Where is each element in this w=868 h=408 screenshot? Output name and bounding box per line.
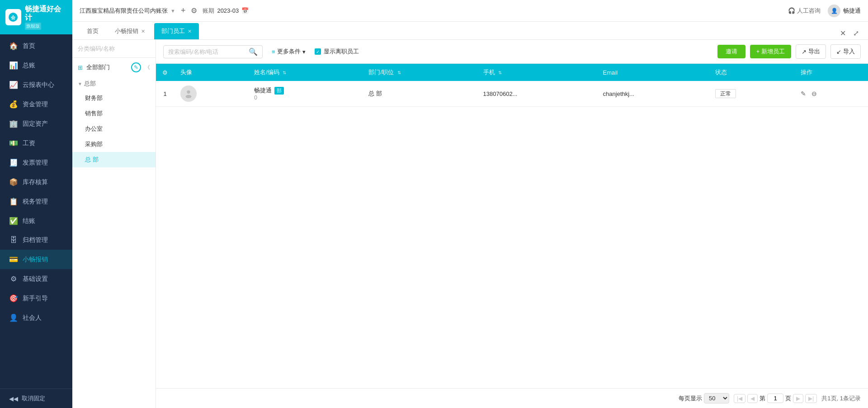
dept-item-finance[interactable]: 财务部 bbox=[72, 90, 156, 106]
nav-home[interactable]: 🏠 首页 bbox=[0, 36, 72, 56]
nav-funds-label: 资金管理 bbox=[23, 100, 48, 109]
page-prev-btn[interactable]: ◀ bbox=[747, 394, 758, 403]
settings-gear-icon[interactable]: ⚙ bbox=[191, 6, 197, 15]
filter-icon: ≡ bbox=[272, 48, 275, 55]
page-size-selector: 每页显示 50 100 bbox=[679, 393, 729, 403]
close-tab-icon[interactable]: ✕ bbox=[838, 27, 848, 39]
nav-expense[interactable]: 💳 小畅报销 bbox=[0, 250, 72, 269]
show-resigned-label: 显示离职员工 bbox=[324, 47, 359, 56]
social-icon: 👤 bbox=[9, 313, 18, 322]
app-logo: 会 畅捷通好会计 旗舰版 bbox=[0, 0, 72, 34]
nav-inventory-label: 库存核算 bbox=[23, 178, 48, 186]
dept-search-input[interactable] bbox=[78, 45, 154, 52]
nav-salary[interactable]: 💵 工资 bbox=[0, 133, 72, 153]
col-name[interactable]: 姓名/编码 ⇅ bbox=[248, 64, 362, 81]
row-edit-icon[interactable]: ✎ bbox=[801, 90, 806, 97]
nav-expense-label: 小畅报销 bbox=[23, 256, 48, 264]
calendar-icon[interactable]: 📅 bbox=[241, 7, 249, 14]
col-settings[interactable]: ⚙ bbox=[156, 64, 174, 81]
logo-icon: 会 bbox=[5, 9, 21, 25]
headset-icon: 🎧 bbox=[788, 7, 795, 14]
company-dropdown-icon: ▼ bbox=[170, 8, 175, 14]
employee-search-input[interactable] bbox=[168, 48, 246, 55]
period-label: 账期 bbox=[203, 7, 214, 15]
cancel-pin-btn[interactable]: ◀◀ 取消固定 bbox=[0, 389, 72, 408]
page-size-select[interactable]: 50 100 bbox=[704, 393, 729, 403]
page-number-input[interactable] bbox=[767, 394, 783, 403]
nav-invoice[interactable]: 🧾 发票管理 bbox=[0, 153, 72, 172]
more-filters-btn[interactable]: ≡ 更多条件 ▾ bbox=[268, 46, 309, 57]
tab-department[interactable]: 部门员工 ✕ bbox=[154, 23, 199, 39]
page-last-btn[interactable]: ▶| bbox=[805, 394, 817, 403]
nav-assets[interactable]: 🏢 固定资产 bbox=[0, 114, 72, 133]
nav-tax[interactable]: 📋 税务管理 bbox=[0, 192, 72, 211]
nav-settings[interactable]: ⚙ 基础设置 bbox=[0, 269, 72, 289]
expand-tab-icon[interactable]: ⤢ bbox=[851, 27, 861, 39]
table-footer: 每页显示 50 100 |◀ ◀ 第 页 ▶ ▶| 共1页, 1条记录 bbox=[156, 388, 868, 408]
employee-search-icon[interactable]: 🔍 bbox=[249, 47, 258, 56]
inventory-icon: 📦 bbox=[9, 178, 18, 186]
add-company-btn[interactable]: + bbox=[181, 6, 186, 15]
nav-reports[interactable]: 📈 云报表中心 bbox=[0, 75, 72, 95]
dept-root-label: 全部部门 bbox=[86, 63, 110, 71]
col-dept-sort-icon[interactable]: ⇅ bbox=[397, 70, 401, 75]
col-name-sort-icon[interactable]: ⇅ bbox=[283, 70, 286, 75]
dept-item-purchase[interactable]: 采购部 bbox=[72, 137, 156, 152]
nav-inventory[interactable]: 📦 库存核算 bbox=[0, 172, 72, 192]
add-employee-btn[interactable]: + 新增员工 bbox=[750, 45, 791, 58]
consult-btn[interactable]: 🎧 人工咨询 bbox=[788, 7, 821, 15]
col-status: 状态 bbox=[709, 64, 794, 81]
period-value[interactable]: 2023-03 bbox=[217, 7, 239, 14]
col-phone[interactable]: 手机 ⇅ bbox=[477, 64, 597, 81]
nav-checkout-label: 结账 bbox=[23, 217, 35, 225]
table-header-row: ⚙ 头像 姓名/编码 ⇅ 部门/职位 ⇅ bbox=[156, 64, 868, 81]
export-btn[interactable]: ↗ 导出 bbox=[796, 44, 826, 59]
dept-item-office[interactable]: 办公室 bbox=[72, 121, 156, 137]
content-area: 🔍 ⊞ 全部部门 ✎ 《 ▼ 总部 财务部 销售部 bbox=[72, 40, 868, 408]
page-first-btn[interactable]: |◀ bbox=[734, 394, 745, 403]
invoice-icon: 🧾 bbox=[9, 158, 18, 167]
nav-assets-label: 固定资产 bbox=[23, 120, 48, 128]
tab-expense[interactable]: 小畅报销 ✕ bbox=[108, 23, 152, 39]
nav-ledger[interactable]: 📊 总账 bbox=[0, 56, 72, 75]
department-panel: 🔍 ⊞ 全部部门 ✎ 《 ▼ 总部 财务部 销售部 bbox=[72, 40, 156, 408]
salary-icon: 💵 bbox=[9, 139, 18, 147]
user-menu[interactable]: 👤 畅捷通 bbox=[828, 5, 861, 17]
employee-panel: 🔍 ≡ 更多条件 ▾ ✓ 显示离职员工 邀请 + 新增员工 ↗ 导出 bbox=[156, 40, 868, 408]
dept-item-headquarters[interactable]: 总 部 bbox=[72, 152, 156, 167]
row-logout-icon[interactable]: ⊖ bbox=[811, 90, 817, 97]
tax-icon: 📋 bbox=[9, 197, 18, 206]
col-phone-sort-icon[interactable]: ⇅ bbox=[498, 70, 502, 75]
col-email: Email bbox=[597, 64, 709, 81]
table-settings-icon[interactable]: ⚙ bbox=[162, 69, 168, 76]
dept-search-area: 🔍 bbox=[72, 40, 156, 58]
archive-icon: 🗄 bbox=[9, 236, 18, 244]
dept-item-sales[interactable]: 销售部 bbox=[72, 106, 156, 121]
row-index: 1 bbox=[156, 81, 174, 107]
dept-group-label: 总部 bbox=[84, 80, 96, 88]
employee-status-badge: 正常 bbox=[715, 89, 736, 98]
tab-expense-close[interactable]: ✕ bbox=[141, 28, 145, 34]
total-records-label: 共1页, 1条记录 bbox=[821, 394, 861, 403]
nav-guide[interactable]: 🎯 新手引导 bbox=[0, 289, 72, 308]
dept-collapse-icon[interactable]: 《 bbox=[145, 64, 150, 71]
nav-checkout[interactable]: ✅ 结账 bbox=[0, 211, 72, 231]
company-selector[interactable]: 江西服宝精品有限责任公司内账张 ▼ bbox=[80, 7, 175, 15]
page-next-btn[interactable]: ▶ bbox=[793, 394, 803, 403]
topbar-right: 🎧 人工咨询 👤 畅捷通 bbox=[788, 5, 861, 17]
employee-search-box[interactable]: 🔍 bbox=[163, 45, 263, 58]
employee-table-container: ⚙ 头像 姓名/编码 ⇅ 部门/职位 ⇅ bbox=[156, 64, 868, 388]
tab-department-close[interactable]: ✕ bbox=[188, 28, 192, 34]
row-email-cell: chanjethkj... bbox=[597, 81, 709, 107]
import-btn[interactable]: ↙ 导入 bbox=[830, 44, 861, 59]
svg-point-2 bbox=[187, 90, 190, 94]
svg-text:会: 会 bbox=[10, 15, 16, 20]
col-dept[interactable]: 部门/职位 ⇅ bbox=[362, 64, 476, 81]
nav-funds[interactable]: 💰 资金管理 bbox=[0, 95, 72, 114]
dept-edit-btn[interactable]: ✎ bbox=[131, 62, 141, 72]
nav-social[interactable]: 👤 社会人 bbox=[0, 308, 72, 327]
tab-home[interactable]: 首页 bbox=[80, 23, 106, 39]
nav-archive[interactable]: 🗄 归档管理 bbox=[0, 231, 72, 250]
invite-btn[interactable]: 邀请 bbox=[717, 45, 745, 58]
show-resigned-checkbox[interactable]: ✓ bbox=[315, 48, 321, 55]
